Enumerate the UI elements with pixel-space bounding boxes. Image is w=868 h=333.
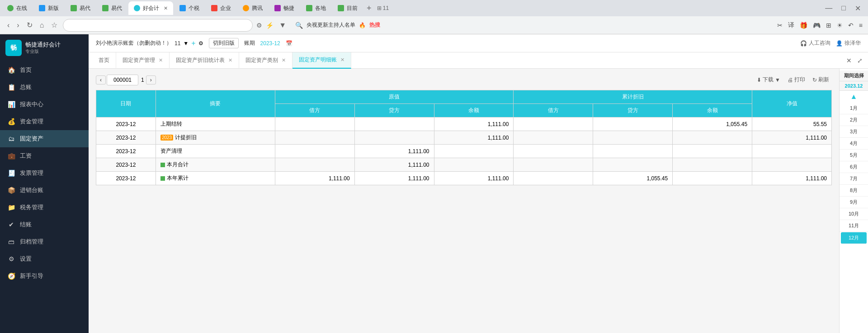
period-month-item[interactable]: 12月: [841, 232, 867, 244]
tab-label-8: 腾讯: [252, 5, 263, 12]
sidebar-item-archive[interactable]: 🗃 归档管理: [0, 233, 89, 250]
tab-favicon-6: [179, 5, 186, 11]
account-dropdown[interactable]: ▼: [183, 40, 189, 47]
tab-home[interactable]: 首页: [92, 52, 116, 69]
calendar-icon[interactable]: 📅: [286, 40, 292, 47]
forward-button[interactable]: ›: [15, 19, 21, 31]
sidebar-item-settings[interactable]: ⚙ 设置: [0, 250, 89, 267]
tab-depreciation-table-close[interactable]: ✕: [228, 57, 232, 63]
sidebar-item-settle[interactable]: ✔ 结账: [0, 216, 89, 233]
tab-depreciation-table[interactable]: 固定资产折旧统计表 ✕: [170, 52, 239, 69]
tab-fixed-asset-mgmt[interactable]: 固定资产管理 ✕: [116, 52, 170, 69]
close-window-button[interactable]: ✕: [853, 2, 863, 14]
tab-label-2: 新版: [48, 5, 59, 12]
back-button[interactable]: ‹: [5, 19, 11, 31]
service-button[interactable]: 🎧 人工咨询: [800, 39, 830, 47]
browser-tab-4[interactable]: 易代: [97, 1, 127, 15]
tab-asset-category[interactable]: 固定资产类别 ✕: [239, 52, 292, 69]
browser-tab-9[interactable]: 畅捷: [269, 1, 300, 15]
tab-asset-detail-close[interactable]: ✕: [340, 57, 344, 63]
browser-tab-11[interactable]: 目前: [332, 1, 363, 15]
browser-tab-2[interactable]: 新版: [33, 1, 64, 15]
browser-tab-10[interactable]: 各地: [301, 1, 331, 15]
refresh-button[interactable]: ↻ 刷新: [810, 74, 832, 85]
period-month-item[interactable]: 3月: [840, 126, 868, 138]
next-page-button[interactable]: ›: [146, 75, 156, 84]
browser-tab-1[interactable]: 在线: [2, 1, 33, 15]
menu-icon: ≡: [859, 22, 863, 29]
tab-asset-category-close[interactable]: ✕: [282, 57, 286, 63]
browser-tab-6[interactable]: 个税: [174, 1, 205, 15]
period-month-item[interactable]: 7月: [840, 173, 868, 185]
browser-tab-8[interactable]: 腾讯: [237, 1, 268, 15]
sidebar-item-guide[interactable]: 🧭 新手引导: [0, 267, 89, 285]
address-input[interactable]: https://cloud.chanjet.com/accounting/uw1…: [63, 19, 253, 32]
download-button[interactable]: ⬇ 下载 ▼: [754, 74, 783, 85]
period-scroll-up[interactable]: ▲: [840, 91, 868, 103]
tab-label-1: 在线: [16, 5, 27, 12]
sidebar-item-payroll[interactable]: 💼 工资: [0, 147, 89, 164]
home-button[interactable]: ⌂: [38, 19, 46, 31]
bookmark-button[interactable]: ☆: [49, 19, 59, 31]
address-dropdown[interactable]: ▼: [277, 19, 288, 31]
sidebar-item-home[interactable]: 🏠 首页: [0, 61, 89, 79]
period-month-item[interactable]: 2月: [840, 114, 868, 126]
period-month-item[interactable]: 4月: [840, 138, 868, 150]
col-dep-balance: 余额: [673, 104, 752, 117]
account-count: 11: [175, 40, 180, 47]
cell-dep-debit: [514, 172, 593, 185]
cell-dep-credit: [593, 117, 673, 131]
tab-close-5[interactable]: ✕: [164, 5, 168, 11]
period-month-item[interactable]: 9月: [840, 197, 868, 208]
period-month-item[interactable]: 1月: [840, 103, 868, 114]
browser-tab-3[interactable]: 易代: [65, 1, 96, 15]
cell-net-value: 1,111.00: [752, 172, 832, 185]
browser-tab-5[interactable]: 好会计 ✕: [128, 1, 173, 15]
cell-orig-balance: 1,111.00: [434, 131, 514, 145]
period-month-item[interactable]: 8月: [840, 185, 868, 197]
settings-account-button[interactable]: ⚙: [198, 40, 203, 47]
period-month-item[interactable]: 5月: [840, 150, 868, 161]
reload-button[interactable]: ↻: [25, 19, 34, 31]
sidebar-item-invoice[interactable]: 🧾 发票管理: [0, 164, 89, 182]
new-tab-button[interactable]: +: [364, 4, 374, 13]
sidebar-item-funds[interactable]: 💰 资金管理: [0, 113, 89, 130]
user-button[interactable]: 👤 徐泽华: [836, 39, 861, 47]
browser-tab-7[interactable]: 企业: [206, 1, 236, 15]
minimize-button[interactable]: —: [823, 2, 834, 14]
tab-more-button[interactable]: ⊞ 11: [377, 5, 389, 11]
sidebar-item-assets[interactable]: 🗂 固定资产: [0, 130, 89, 147]
tab-label-6: 个税: [189, 5, 199, 12]
account-name: 刘小艳演示账套（勿删勿动！）: [96, 39, 172, 47]
switch-version-button[interactable]: 切到旧版: [209, 38, 239, 48]
cell-dep-credit: 1,055.45: [593, 172, 673, 185]
page-input[interactable]: [107, 75, 138, 85]
sidebar-label-payroll: 工资: [20, 152, 32, 160]
print-button[interactable]: 🖨 打印: [785, 74, 808, 85]
period-month-item[interactable]: 11月: [840, 220, 868, 232]
home-icon: 🏠: [7, 66, 15, 74]
sidebar-item-sales[interactable]: 📦 进销台账: [0, 182, 89, 199]
tab-favicon-8: [243, 5, 249, 11]
sidebar-item-tax[interactable]: 📁 税务管理: [0, 199, 89, 216]
tab-favicon-1: [7, 5, 14, 11]
tab-label-9: 畅捷: [283, 5, 294, 12]
cell-orig-debit: [275, 131, 354, 145]
service-label: 人工咨询: [809, 39, 830, 47]
period-month-item[interactable]: 10月: [840, 208, 868, 220]
sidebar-item-ledger[interactable]: 📋 总账: [0, 79, 89, 96]
prev-page-button[interactable]: ‹: [96, 75, 106, 84]
cell-net-value: 55.55: [752, 117, 832, 131]
cell-dep-debit: [514, 158, 593, 172]
tab-collapse-button[interactable]: ✕: [844, 55, 854, 66]
cell-orig-debit: [275, 145, 354, 158]
tab-fixed-asset-mgmt-close[interactable]: ✕: [159, 57, 163, 63]
tab-expand-button[interactable]: ⤢: [855, 55, 864, 66]
add-account-button[interactable]: +: [191, 39, 195, 47]
tab-asset-detail[interactable]: 固定资产明细账 ✕: [292, 52, 351, 69]
grid-icon: ⊞: [826, 22, 831, 29]
tab-fixed-asset-mgmt-label: 固定资产管理: [123, 56, 155, 64]
period-month-item[interactable]: 6月: [840, 161, 868, 173]
maximize-button[interactable]: □: [840, 2, 848, 14]
sidebar-item-reports[interactable]: 📊 报表中心: [0, 96, 89, 113]
